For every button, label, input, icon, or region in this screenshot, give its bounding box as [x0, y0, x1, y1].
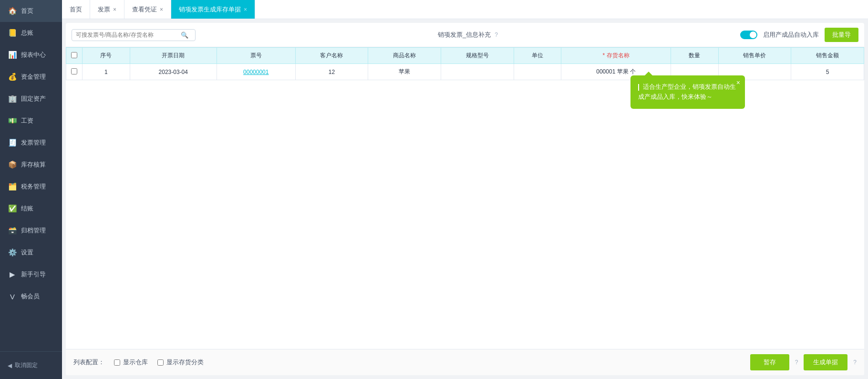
tax-icon: 🗂️	[8, 182, 17, 191]
toolbar-right: 启用产成品自动入库 批量导	[740, 28, 858, 42]
row-date: 2023-03-04	[130, 64, 217, 80]
tooltip-text: 适合生产型企业，销项发票自动生成产成品入库，快来体验～	[638, 83, 736, 100]
table-header-row: 序号 开票日期 票号 客户名称 商品名称 规格型号 单位 * 存货名称 数量 销…	[66, 48, 864, 64]
sidebar-item-settings[interactable]: ⚙️ 设置	[0, 242, 62, 263]
header-spec: 规格型号	[441, 48, 514, 64]
header-product: 商品名称	[368, 48, 441, 64]
sidebar-item-archive-management[interactable]: 🗃️ 归档管理	[0, 220, 62, 242]
toolbar-center: 销项发票_信息补充 ?	[201, 31, 734, 39]
report-icon: 📊	[8, 51, 17, 59]
sidebar-item-home[interactable]: 🏠 首页	[0, 0, 62, 22]
pin-button[interactable]: ◀ 取消固定	[0, 357, 62, 374]
sidebar-item-report-center[interactable]: 📊 报表中心	[0, 44, 62, 66]
config-label: 列表配置：	[73, 358, 104, 367]
fund-icon: 💰	[8, 73, 17, 81]
show-category-checkbox-label[interactable]: 显示存货分类	[157, 358, 204, 367]
home-icon: 🏠	[8, 7, 17, 15]
ledger-icon: 📒	[8, 29, 17, 37]
show-category-checkbox[interactable]	[157, 359, 164, 366]
sidebar-item-general-ledger[interactable]: 📒 总账	[0, 22, 62, 44]
select-all-checkbox[interactable]	[71, 52, 77, 58]
settlement-icon: ✅	[8, 204, 17, 213]
member-icon: V	[8, 293, 17, 301]
header-unit-price: 销售单价	[718, 48, 791, 64]
sidebar-item-fund-management[interactable]: 💰 资金管理	[0, 66, 62, 88]
header-ticket-no: 票号	[217, 48, 295, 64]
info-label: 销项发票_信息补充	[438, 31, 491, 39]
search-box[interactable]: 🔍	[72, 29, 196, 41]
sidebar-item-tax-management[interactable]: 🗂️ 税务管理	[0, 176, 62, 198]
row-checkbox[interactable]	[71, 68, 77, 74]
auto-warehouse-toggle[interactable]	[740, 31, 757, 39]
content-area: 🔍 销项发票_信息补充 ? 启用产成品自动入库 批量导	[66, 23, 864, 375]
batch-button[interactable]: 批量导	[825, 28, 858, 42]
sidebar-bottom: ◀ 取消固定	[0, 351, 62, 379]
header-customer: 客户名称	[295, 48, 368, 64]
help-icon-generate[interactable]: ?	[853, 359, 857, 366]
header-date: 开票日期	[130, 48, 217, 64]
footer-actions: 暂存 ? 生成单据 ?	[750, 354, 857, 370]
row-product: 苹果	[368, 64, 441, 80]
header-seq: 序号	[83, 48, 130, 64]
footer: 列表配置： 显示仓库 显示存货分类 暂存 ? 生成单据 ?	[66, 349, 864, 375]
sidebar: 🏠 首页 📒 总账 📊 报表中心 💰 资金管理 🏢 固定资产 💵 工资 🧾 发票…	[0, 0, 62, 379]
row-unit	[514, 64, 561, 80]
sidebar-item-inventory[interactable]: 📦 库存核算	[0, 154, 62, 176]
settings-icon: ⚙️	[8, 248, 17, 257]
header-checkbox-cell	[66, 48, 83, 64]
tab-cancel-invoice[interactable]: 销项发票生成库存单据 ×	[171, 0, 255, 19]
main-area: 首页 发票 × 查看凭证 × 销项发票生成库存单据 × 🔍 销项发票_信息补充 …	[62, 0, 868, 379]
payroll-icon: 💵	[8, 116, 17, 125]
guide-icon: ▶	[8, 270, 17, 279]
generate-button[interactable]: 生成单据	[804, 354, 847, 370]
row-customer: 12	[295, 64, 368, 80]
header-sales-amount: 销售金额	[791, 48, 864, 64]
header-inventory: * 存货名称	[561, 48, 671, 64]
search-input[interactable]	[76, 32, 181, 38]
toggle-label: 启用产成品自动入库	[763, 31, 819, 39]
toolbar-top: 🔍 销项发票_信息补充 ? 启用产成品自动入库 批量导	[66, 23, 864, 47]
close-view-voucher-tab[interactable]: ×	[160, 6, 163, 13]
close-cancel-invoice-tab[interactable]: ×	[244, 6, 247, 13]
header-quantity: 数量	[671, 48, 718, 64]
tab-home[interactable]: 首页	[62, 0, 90, 19]
tab-invoice[interactable]: 发票 ×	[90, 0, 124, 19]
ticket-link[interactable]: 00000001	[243, 69, 269, 75]
row-checkbox-cell	[66, 64, 83, 80]
tooltip-popup: 适合生产型企业，销项发票自动生成产成品入库，快来体验～ ×	[630, 75, 745, 109]
show-warehouse-checkbox-label[interactable]: 显示仓库	[114, 358, 148, 367]
sidebar-item-invoice-management[interactable]: 🧾 发票管理	[0, 132, 62, 154]
sidebar-item-member[interactable]: V 畅会员	[0, 285, 62, 307]
header-unit: 单位	[514, 48, 561, 64]
invoice-icon: 🧾	[8, 138, 17, 147]
help-icon-info[interactable]: ?	[495, 32, 498, 38]
tooltip-cursor	[638, 84, 639, 91]
help-icon-save[interactable]: ?	[795, 359, 798, 366]
sidebar-item-fixed-assets[interactable]: 🏢 固定资产	[0, 88, 62, 110]
inventory-icon: 📦	[8, 160, 17, 169]
archive-icon: 🗃️	[8, 226, 17, 235]
tooltip-close-button[interactable]: ×	[736, 79, 740, 86]
row-seq: 1	[83, 64, 130, 80]
row-spec	[441, 64, 514, 80]
search-icon: 🔍	[181, 32, 188, 39]
sidebar-item-guide[interactable]: ▶ 新手引导	[0, 263, 62, 285]
data-table: 序号 开票日期 票号 客户名称 商品名称 规格型号 单位 * 存货名称 数量 销…	[66, 47, 864, 80]
tab-view-voucher[interactable]: 查看凭证 ×	[124, 0, 171, 19]
sidebar-item-settlement[interactable]: ✅ 结账	[0, 198, 62, 220]
pin-icon: ◀	[8, 362, 12, 369]
tab-bar: 首页 发票 × 查看凭证 × 销项发票生成库存单据 ×	[62, 0, 868, 19]
close-invoice-tab[interactable]: ×	[113, 6, 116, 13]
assets-icon: 🏢	[8, 95, 17, 103]
row-sales-amount: 5	[791, 64, 864, 80]
show-warehouse-checkbox[interactable]	[114, 359, 120, 366]
row-ticket-no[interactable]: 00000001	[217, 64, 295, 80]
sidebar-item-payroll[interactable]: 💵 工资	[0, 110, 62, 132]
save-button[interactable]: 暂存	[750, 354, 789, 370]
